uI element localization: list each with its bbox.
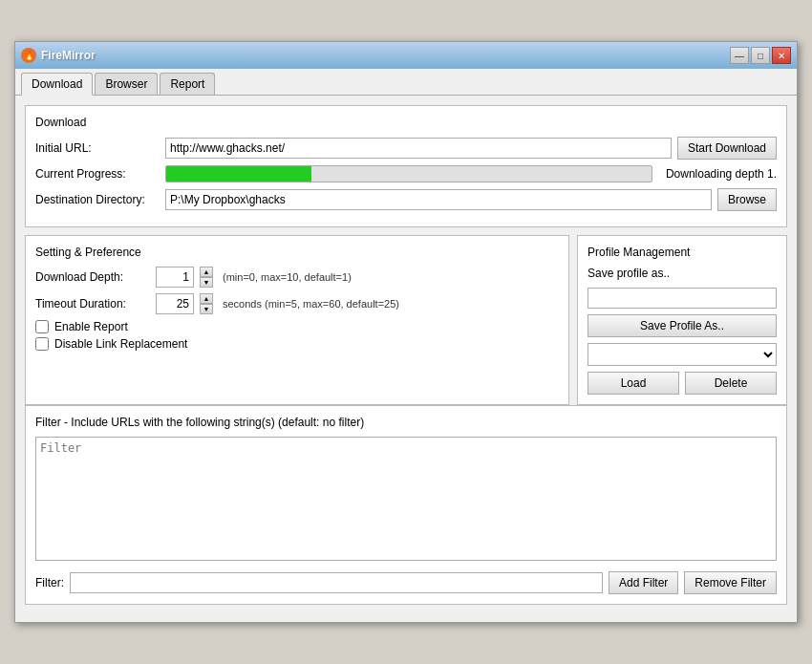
tab-browser[interactable]: Browser	[95, 73, 158, 95]
profile-load-delete: Load Delete	[588, 372, 777, 395]
depth-up-button[interactable]: ▲	[200, 267, 213, 277]
filter-textarea[interactable]	[35, 437, 777, 561]
remove-filter-button[interactable]: Remove Filter	[684, 571, 777, 594]
settings-section: Setting & Preference Download Depth: ▲ ▼…	[25, 235, 569, 405]
window-controls: — □ ✕	[730, 47, 791, 64]
close-button[interactable]: ✕	[772, 47, 791, 64]
download-section-title: Download	[35, 116, 777, 129]
progress-fill	[166, 166, 311, 182]
filter-section-title: Filter - Include URLs with the following…	[35, 416, 777, 429]
download-depth-row: Download Depth: ▲ ▼ (min=0, max=10, defa…	[35, 267, 559, 288]
save-profile-label: Save profile as..	[588, 267, 777, 280]
enable-report-label: Enable Report	[54, 320, 128, 333]
timeout-down-button[interactable]: ▼	[200, 304, 213, 314]
timeout-input[interactable]	[156, 293, 194, 314]
tab-report[interactable]: Report	[160, 73, 215, 95]
save-profile-input[interactable]	[588, 288, 777, 309]
browse-button[interactable]: Browse	[717, 188, 777, 211]
lower-sections: Setting & Preference Download Depth: ▲ ▼…	[25, 235, 787, 405]
settings-title: Setting & Preference	[35, 246, 559, 259]
initial-url-label: Initial URL:	[35, 141, 160, 155]
delete-button[interactable]: Delete	[685, 372, 777, 395]
download-depth-input[interactable]	[156, 267, 194, 288]
initial-url-row: Initial URL: Start Download	[35, 137, 777, 160]
app-window: 🔥 FireMirror — □ ✕ Download Browser Repo…	[14, 41, 798, 623]
add-filter-button[interactable]: Add Filter	[609, 571, 678, 594]
app-title: FireMirror	[41, 49, 96, 62]
minimize-button[interactable]: —	[730, 47, 749, 64]
destination-dir-label: Destination Directory:	[35, 193, 160, 206]
tab-bar: Download Browser Report	[15, 69, 797, 96]
tab-download[interactable]: Download	[21, 73, 93, 96]
progress-bar	[165, 165, 652, 182]
initial-url-input[interactable]	[165, 138, 672, 159]
app-icon: 🔥	[21, 48, 36, 63]
disable-link-checkbox[interactable]	[35, 337, 49, 351]
profile-section: Profile Management Save profile as.. Sav…	[577, 235, 787, 405]
progress-status: Downloading depth 1.	[666, 167, 777, 181]
timeout-hint: seconds (min=5, max=60, default=25)	[223, 298, 399, 310]
save-profile-as-button[interactable]: Save Profile As..	[588, 314, 777, 337]
download-depth-label: Download Depth:	[35, 270, 150, 284]
enable-report-checkbox[interactable]	[35, 320, 49, 333]
timeout-label: Timeout Duration:	[35, 297, 150, 311]
depth-down-button[interactable]: ▼	[200, 277, 213, 288]
maximize-button[interactable]: □	[751, 47, 770, 64]
progress-row: Current Progress: Downloading depth 1.	[35, 165, 777, 182]
title-bar: 🔥 FireMirror — □ ✕	[15, 42, 797, 69]
filter-input[interactable]	[70, 572, 603, 593]
destination-dir-row: Destination Directory: Browse	[35, 188, 777, 211]
main-content: Download Initial URL: Start Download Cur…	[15, 96, 797, 622]
download-depth-hint: (min=0, max=10, default=1)	[223, 271, 352, 283]
title-bar-left: 🔥 FireMirror	[21, 48, 96, 63]
timeout-up-button[interactable]: ▲	[200, 293, 213, 304]
disable-link-row: Disable Link Replacement	[35, 337, 559, 351]
current-progress-label: Current Progress:	[35, 167, 160, 181]
filter-section: Filter - Include URLs with the following…	[25, 405, 787, 605]
enable-report-row: Enable Report	[35, 320, 559, 333]
destination-dir-input[interactable]	[165, 189, 712, 210]
profile-select[interactable]	[588, 343, 777, 366]
profile-dropdown-row	[588, 343, 777, 366]
timeout-spinner: ▲ ▼	[200, 293, 213, 314]
disable-link-label: Disable Link Replacement	[54, 337, 187, 351]
profile-section-title: Profile Management	[588, 246, 777, 259]
timeout-row: Timeout Duration: ▲ ▼ seconds (min=5, ma…	[35, 293, 559, 314]
filter-label: Filter:	[35, 576, 64, 589]
load-button[interactable]: Load	[588, 372, 679, 395]
download-section: Download Initial URL: Start Download Cur…	[25, 105, 787, 227]
start-download-button[interactable]: Start Download	[677, 137, 777, 160]
download-depth-spinner: ▲ ▼	[200, 267, 213, 288]
filter-bottom-row: Filter: Add Filter Remove Filter	[35, 571, 777, 594]
